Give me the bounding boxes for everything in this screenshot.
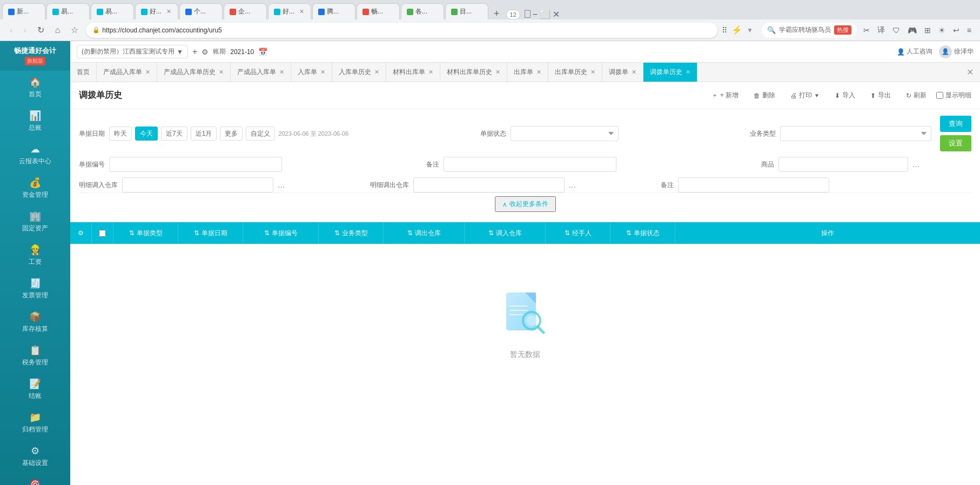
page-tab-4[interactable]: 入库单 ✕ [291,63,332,82]
sidebar-item-archive[interactable]: 📁 归档管理 [0,406,70,440]
browser-tab-10[interactable]: 各... [401,3,444,19]
refresh-button[interactable]: ↻ 刷新 [901,89,932,102]
browser-tab-7-close[interactable]: ✕ [298,8,305,15]
browser-tab-4[interactable]: 好... ✕ [135,3,178,19]
setting-button[interactable]: 设置 [940,135,971,151]
sidebar-item-payroll[interactable]: 👷 工资 [0,238,70,272]
sidebar-item-reports[interactable]: ☁ 云报表中心 [0,138,70,171]
browser-tab-7[interactable]: 好... ✕ [268,3,311,19]
page-tab-6-close[interactable]: ✕ [428,69,433,76]
page-tab-8[interactable]: 出库单 ✕ [507,63,548,82]
new-tab-button[interactable]: + [489,8,504,19]
page-tab-1[interactable]: 产成品入库单 ✕ [97,63,157,82]
th-doc-type[interactable]: ⇅ 单据类型 [113,222,178,244]
th-biz-type[interactable]: ⇅ 业务类型 [319,222,384,244]
th-checkbox[interactable] [92,222,113,244]
export-button[interactable]: ⬆ 导出 [865,89,896,102]
sidebar-item-home[interactable]: 🏠 首页 [0,71,70,104]
window-close-icon[interactable]: ✕ [553,9,560,19]
menu-icon[interactable]: ≡ [965,25,974,36]
service-button[interactable]: 👤 人工咨询 [897,47,932,56]
th-in-warehouse[interactable]: ⇅ 调入仓库 [465,222,546,244]
shield-icon[interactable]: 🛡 [890,25,902,36]
extensions-icon[interactable]: ⠿ [722,26,727,35]
bookmark-button[interactable]: ☆ [68,24,82,36]
tab-close-all-icon[interactable]: ⎕ [525,8,531,19]
detail-in-input[interactable] [122,177,273,192]
month-btn[interactable]: 近1月 [191,127,217,141]
page-tab-10[interactable]: 调拨单 ✕ [602,63,643,82]
page-tab-3[interactable]: 产成品入库单 ✕ [231,63,291,82]
page-tab-11[interactable]: 调拨单历史 ✕ [643,63,697,82]
browser-tab-3[interactable]: 易... [91,3,134,19]
browser-tab-11[interactable]: 目... [445,3,488,19]
yesterday-btn[interactable]: 昨天 [109,127,132,141]
th-out-warehouse[interactable]: ⇅ 调出仓库 [384,222,465,244]
browser-tab-8[interactable]: 腾... [312,3,355,19]
page-tab-2[interactable]: 产成品入库单历史 ✕ [157,63,231,82]
reload-button[interactable]: ↻ [34,24,48,36]
sidebar-item-fixed-assets[interactable]: 🏢 固定资产 [0,205,70,238]
detail-out-input[interactable] [413,177,565,192]
custom-btn[interactable]: 自定义 [246,127,275,141]
translate-icon[interactable]: 译 [875,24,887,36]
sidebar-item-funds[interactable]: 💰 资金管理 [0,171,70,205]
today-btn[interactable]: 今天 [135,127,158,141]
tabs-close-all-button[interactable]: ✕ [960,67,980,77]
sidebar-item-close-account[interactable]: 📝 结账 [0,373,70,406]
add-company-button[interactable]: + [192,47,197,57]
undo-icon[interactable]: ↩ [951,25,962,36]
company-settings-icon[interactable]: ⚙ [202,48,209,56]
display-detail-checkbox[interactable]: 显示明细 [936,91,971,100]
page-tab-9-close[interactable]: ✕ [590,69,595,76]
collapse-button[interactable]: ∧ 收起更多条件 [495,196,556,212]
goods-input[interactable] [778,157,908,172]
search-bar[interactable]: 🔍 学霸应聘场驱鸟员 热搜 [762,23,857,38]
status-select[interactable] [511,126,619,141]
detail-out-ellipsis[interactable]: ... [569,180,576,190]
th-handler[interactable]: ⇅ 经手人 [546,222,610,244]
maximize-icon[interactable]: ⬜ [540,9,551,19]
delete-button[interactable]: 🗑 删除 [748,89,781,102]
page-tab-6[interactable]: 材料出库单 ✕ [386,63,440,82]
sidebar-item-guide[interactable]: 🎯 新手引导 [0,473,70,485]
sidebar-item-tax[interactable]: 📋 税务管理 [0,339,70,373]
browser-tab-2[interactable]: 易... [46,3,90,19]
display-detail-input[interactable] [936,92,943,99]
minimize-icon[interactable]: − [533,10,538,19]
page-tab-10-close[interactable]: ✕ [632,69,636,76]
page-tab-home[interactable]: 首页 [70,63,97,82]
query-button[interactable]: 查询 [940,116,971,132]
company-selector[interactable]: (勿删勿禁用）江西服宝测试专用 ▼ [77,45,188,58]
remark-input[interactable] [444,157,616,172]
page-tab-7[interactable]: 材料出库单历史 ✕ [440,63,507,82]
page-tab-11-close[interactable]: ✕ [686,69,690,76]
sidebar-item-inventory[interactable]: 📦 库存核算 [0,305,70,339]
new-button[interactable]: ＋ + 新增 [706,89,744,102]
calendar-icon[interactable]: 📅 [258,48,267,56]
th-settings[interactable]: ⚙ [70,222,92,244]
page-tab-8-close[interactable]: ✕ [536,69,541,76]
url-bar[interactable]: 🔒 https://cloud.chanjet.com/accounting/u… [86,23,717,38]
grid-icon[interactable]: ⊞ [922,25,933,36]
sidebar-item-ledger[interactable]: 📊 总账 [0,104,70,138]
detail-in-ellipsis[interactable]: ... [278,180,285,190]
th-status[interactable]: ⇅ 单据状态 [610,222,675,244]
forward-button[interactable]: › [20,24,29,36]
page-tab-3-close[interactable]: ✕ [279,69,284,76]
sidebar-item-settings[interactable]: ⚙ 基础设置 [0,440,70,473]
th-date[interactable]: ⇅ 单据日期 [178,222,243,244]
select-all-checkbox[interactable] [99,230,106,237]
scissors-icon[interactable]: ✂ [861,25,872,36]
week-btn[interactable]: 近7天 [161,127,187,141]
more-btn[interactable]: 更多 [220,127,243,141]
import-button[interactable]: ⬇ 导入 [829,89,861,102]
biz-type-select[interactable] [780,126,931,141]
browser-tab-1[interactable]: 新... [2,3,45,19]
browser-tab-6[interactable]: 企... [224,3,267,19]
print-button[interactable]: 🖨 打印 ▼ [785,89,825,102]
goods-ellipsis[interactable]: ... [912,160,919,169]
page-tab-7-close[interactable]: ✕ [495,69,500,76]
browser-tab-5[interactable]: 个... [179,3,223,19]
page-tab-1-close[interactable]: ✕ [145,69,150,76]
